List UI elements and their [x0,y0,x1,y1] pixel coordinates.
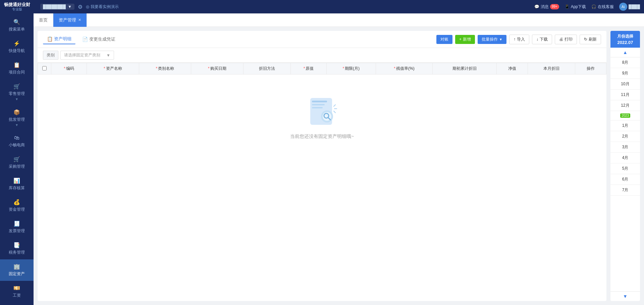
month-item-1[interactable]: 1月 [610,120,640,131]
main-layout: 🔍 搜索菜单 ⚡ 快捷导航 📋 项目合同 🛒 零售管理 ▼ 📦 批发管理 ▼ 🛍… [0,13,644,305]
sidebar-item-inventory[interactable]: 📊 库存核算 [0,173,34,195]
quick-nav-icon: ⚡ [13,40,20,47]
month-nav-up-button[interactable]: ▲ [621,49,630,56]
col-accumulated-depreciation: 期初累计折旧 [433,63,497,74]
chevron-down-icon: ▼ [15,123,18,127]
month-item-3[interactable]: 3月 [610,142,640,153]
svg-rect-2 [312,104,325,105]
tab-bar: 首页 资产管理 ✕ [34,13,644,27]
sidebar-label-inventory: 库存核算 [9,185,25,191]
download-button-label: 下载 [540,37,548,42]
chevron-down-icon: ▼ [68,4,72,9]
finance-icon: 💰 [13,199,20,205]
messages-label: 消息 [541,4,549,10]
app-edition: 专业版 [12,7,22,11]
col-net-value: 净值 [497,63,528,74]
sidebar-label-project: 项目合同 [9,69,25,75]
month-item-10[interactable]: 10月 [610,79,640,90]
company-name: ████████ [43,4,66,9]
sidebar-label-quick-nav: 快捷导航 [9,48,25,54]
sidebar-item-purchase[interactable]: 🛒 采购管理 [0,152,34,173]
year-2023-badge-row: 2023 [610,111,640,120]
assets-table: *编码 *资产名称 *类别名称 *购买日期 折旧方法 *原值 *期限(月) *残… [38,63,606,74]
sidebar-label-payroll: 工资 [13,293,21,298]
inventory-icon: 📊 [13,177,20,184]
online-service-button[interactable]: 🎧 在线客服 [591,4,614,10]
demo-link[interactable]: ◎ 我要看实例演示 [86,4,119,10]
month-panel-title: 月份选择 [612,34,638,39]
month-item-12[interactable]: 12月 [610,100,640,111]
top-bar: 畅捷通好业财 专业版 ████████ ▼ ⚙ ◎ 我要看实例演示 💬 消息 9… [0,0,644,13]
user-avatar[interactable]: Ai ████ [619,3,640,11]
app-download-button[interactable]: 📱 App下载 [565,4,586,10]
company-selector[interactable]: ████████ ▼ [40,4,74,10]
sidebar-item-assets[interactable]: 🏢 固定资产 [0,259,34,281]
sub-tab-change-voucher[interactable]: 📄 变更生成凭证 [78,35,119,44]
sub-tab-asset-detail[interactable]: 📋 资产明细 [43,34,75,44]
sidebar-item-quick-nav[interactable]: ⚡ 快捷导航 [0,36,34,58]
download-icon: ↓ [536,37,538,42]
tab-home[interactable]: 首页 [34,13,53,27]
month-item-6[interactable]: 6月 [610,174,640,185]
filter-placeholder: 请选择固定资产类别 [64,52,100,58]
col-operation: 操作 [575,63,606,74]
category-filter-select[interactable]: 请选择固定资产类别 ▼ [60,51,114,60]
month-item-9[interactable]: 9月 [610,68,640,79]
table-header-row: *编码 *资产名称 *类别名称 *购买日期 折旧方法 *原值 *期限(月) *残… [38,63,606,74]
svg-rect-1 [312,101,327,102]
messages-button[interactable]: 💬 消息 99+ [534,4,559,10]
col-residual-rate: *残值率(%) [376,63,432,74]
sidebar-item-search[interactable]: 🔍 搜索菜单 [0,15,34,36]
ecom-icon: 🛍 [14,135,19,141]
month-item-11[interactable]: 11月 [610,90,640,100]
sidebar-item-ops[interactable]: 📈 经营管理 [0,302,34,305]
batch-button[interactable]: 批量操作 ▼ [478,35,506,44]
month-item-4[interactable]: 4月 [610,153,640,163]
month-nav-bottom: ▼ [610,291,640,301]
month-item-2[interactable]: 2月 [610,131,640,142]
change-voucher-icon: 📄 [82,37,88,42]
select-all-header[interactable] [38,63,51,74]
sidebar-item-ecom[interactable]: 🛍 小畅电商 [0,131,34,152]
empty-state: 当前您还没有固定资产明细哦~ [38,74,606,160]
month-nav-down-button[interactable]: ▼ [623,294,628,299]
batch-dropdown-arrow: ▼ [499,38,502,41]
content-area: 首页 资产管理 ✕ 📋 资产明细 📄 变更生成凭证 [34,13,644,305]
sidebar-label-invoice: 发票管理 [9,228,25,234]
sidebar-item-tax[interactable]: 📑 税务管理 [0,238,34,259]
sidebar-item-invoice[interactable]: 🧾 发票管理 [0,216,34,238]
svg-line-10 [334,111,335,113]
search-icon: 🔍 [13,19,20,25]
download-button[interactable]: ↓ 下载 [532,35,552,44]
sidebar-item-project[interactable]: 📋 项目合同 [0,58,34,79]
sidebar: 🔍 搜索菜单 ⚡ 快捷导航 📋 项目合同 🛒 零售管理 ▼ 📦 批发管理 ▼ 🛍… [0,13,34,305]
sidebar-label-retail: 零售管理 [9,91,25,97]
chevron-down-icon: ▼ [15,97,18,101]
filter-row: 类别 请选择固定资产类别 ▼ [38,48,606,63]
tab-close-button[interactable]: ✕ [78,18,81,22]
month-item-7[interactable]: 7月 [610,185,640,196]
month-item-8[interactable]: 8月 [610,57,640,68]
select-all-checkbox[interactable] [42,66,47,70]
refresh-button[interactable]: ↻ 刷新 [580,35,601,44]
col-category: *类别名称 [139,63,191,74]
sidebar-label-ecom: 小畅电商 [9,142,25,148]
messages-count: 99+ [550,4,559,9]
sidebar-item-payroll[interactable]: 💴 工资 [0,281,34,302]
month-item-5[interactable]: 5月 [610,163,640,174]
col-depreciation-method: 折旧方法 [243,63,291,74]
settings-icon[interactable]: ⚙ [78,4,83,10]
sidebar-item-wholesale[interactable]: 📦 批发管理 ▼ [0,105,34,131]
col-purchase-date: *购买日期 [191,63,244,74]
page-content: 📋 资产明细 📄 变更生成凭证 对账 + 新增 [34,27,644,305]
print-button[interactable]: 🖨 打印 [555,35,577,44]
tab-assets-mgmt[interactable]: 资产管理 ✕ [53,13,87,27]
sidebar-item-finance[interactable]: 💰 资金管理 [0,195,34,216]
sub-tab-row: 📋 资产明细 📄 变更生成凭证 对账 + 新增 [38,31,606,48]
sidebar-item-retail[interactable]: 🛒 零售管理 ▼ [0,79,34,105]
match-button[interactable]: 对账 [436,35,452,44]
add-button[interactable]: + 新增 [455,35,475,44]
tax-icon: 📑 [13,242,20,248]
import-button[interactable]: ↑ 导入 [509,35,529,44]
avatar: Ai [619,3,627,11]
